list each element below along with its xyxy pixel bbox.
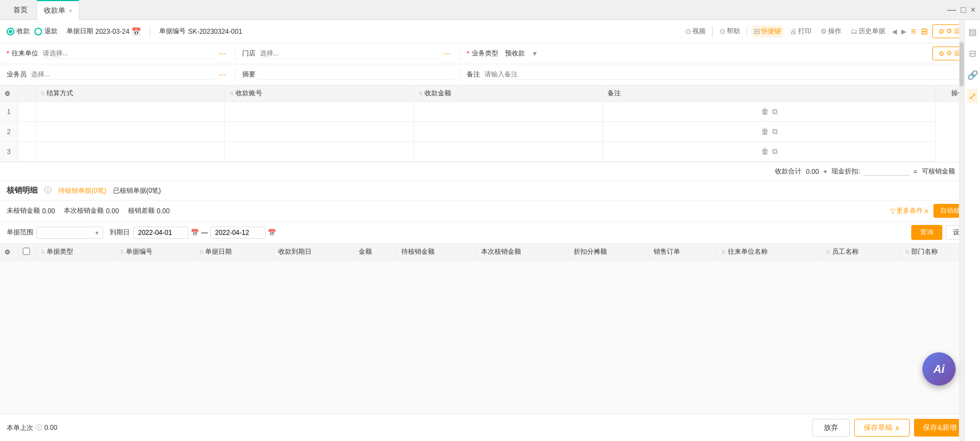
partner-dots-btn[interactable]: ··· (217, 49, 228, 59)
row-1-delete-icon[interactable]: 🗑 (761, 107, 769, 116)
partner-input[interactable] (40, 48, 215, 59)
remark-group: 备注 (467, 69, 973, 80)
select-all-checkbox[interactable] (23, 248, 30, 255)
writeoff-stats: 未核销金额 0.00 本次核销金额 0.00 核销差额 0.00 ▽ 更多条件 … (0, 201, 980, 222)
row-2-amount[interactable] (224, 122, 414, 142)
salesperson-dots-btn[interactable]: ··· (217, 70, 228, 80)
total-discount-input[interactable] (865, 167, 909, 176)
writeoff-info-icon[interactable]: ⓘ (44, 186, 52, 196)
row-2-settlement[interactable] (18, 122, 35, 142)
biz-type-label: 业务类型 (472, 49, 498, 58)
save-draft-arrow-icon: ∧ (895, 424, 900, 432)
shortcut-btn[interactable]: ⊟ 快捷键 (752, 25, 783, 37)
done-link[interactable]: 已核销单据(0笔) (113, 186, 161, 196)
receipt-table: ⚙ ⇅ 结算方式 ⇅ 收款账号 ⇅ 收款金额 备注 操作 (0, 85, 980, 162)
video-btn[interactable]: ⊙ 视频 (683, 25, 708, 37)
table-row: 2 🗑 ⧉ (0, 122, 980, 142)
total-sum-value: 0.00 (806, 168, 819, 176)
row-3-account[interactable] (35, 142, 224, 162)
table-col-setting[interactable]: ⚙ (0, 85, 18, 102)
table-row: 3 🗑 ⧉ (0, 142, 980, 162)
window-controls: — □ × (947, 5, 976, 15)
filter-range-select[interactable] (37, 227, 103, 239)
receipt-type-group: 收款 退款 (7, 27, 58, 36)
sidebar-expand-icon[interactable]: ⤢ (967, 89, 978, 103)
total-sum-label: 收款合计 (775, 167, 802, 176)
pending-link[interactable]: 待核销单据(0笔) (58, 186, 106, 196)
doc-value[interactable]: SK-20230324-001 (188, 28, 242, 35)
more-conditions-label: 更多条件 (896, 206, 923, 216)
row-2-copy-icon[interactable]: ⧉ (772, 127, 778, 136)
tab-home[interactable]: 首页 (4, 0, 37, 20)
nav-left-icon[interactable]: ◀ (892, 28, 897, 35)
current-value: 0.00 (106, 207, 119, 215)
discard-button[interactable]: 放弃 (812, 419, 850, 437)
close-window-icon[interactable]: × (971, 5, 976, 15)
footer-info-value: 0.00 (44, 424, 57, 432)
summary-input[interactable] (258, 69, 453, 80)
bottom-col-setting[interactable]: ⚙ (0, 244, 18, 260)
print-btn[interactable]: 🖨 打印 (788, 25, 814, 37)
row-2-remark[interactable] (414, 122, 603, 142)
current-label: 本次核销金额 (64, 206, 104, 216)
date-value[interactable]: 2023-03-24 (95, 28, 129, 35)
shop-dots-btn[interactable]: ··· (441, 49, 453, 59)
radio-refund[interactable]: 退款 (34, 27, 58, 36)
filter-date-label: 到期日 (110, 228, 130, 237)
row-3-copy-icon[interactable]: ⧉ (772, 147, 778, 156)
save-draft-button[interactable]: 保存草稿 ∧ (854, 419, 910, 437)
sort-icon-2: ⇅ (229, 90, 234, 96)
date-from-input[interactable] (133, 227, 188, 239)
shop-input[interactable] (258, 48, 439, 59)
sidebar-link-icon[interactable]: 🔗 (965, 68, 981, 83)
collapse-icon: ∧ (924, 207, 929, 215)
row-1-copy-icon[interactable]: ⧉ (772, 107, 778, 116)
calendar-icon[interactable]: 📅 (131, 27, 141, 36)
row-3-remark[interactable] (414, 142, 603, 162)
bottom-col-current: 本次核销金额 (476, 244, 569, 260)
row-3-delete-icon[interactable]: 🗑 (761, 147, 769, 156)
scroll-thumb[interactable] (959, 42, 964, 86)
shortcut-icon: ⊟ (754, 27, 760, 35)
date-to-input[interactable] (210, 227, 266, 239)
bottom-col-check[interactable] (18, 244, 35, 260)
diff-stat: 核销差额 0.00 (128, 206, 170, 216)
row-1-remark[interactable] (414, 102, 603, 122)
row-1-amount[interactable] (224, 102, 414, 122)
total-equal: = (913, 168, 917, 176)
row-1-settlement[interactable] (18, 102, 35, 122)
row-2-delete-icon[interactable]: 🗑 (761, 127, 769, 136)
row-3-amount[interactable] (224, 142, 414, 162)
grid-view-icon[interactable]: ⊞ (921, 26, 928, 37)
calendar-to-icon[interactable]: 📅 (268, 229, 276, 237)
scrollbar[interactable] (959, 20, 964, 441)
divider-1 (150, 26, 150, 37)
radio-receipt-label: 收款 (17, 27, 30, 36)
nav-right-icon[interactable]: ▶ (901, 28, 906, 35)
calendar-from-icon[interactable]: 📅 (191, 229, 199, 237)
row-2-account[interactable] (35, 122, 224, 142)
row-2-ops: 🗑 ⧉ (603, 122, 936, 142)
tab-receipt[interactable]: 收款单 × (37, 0, 79, 20)
help-btn[interactable]: ⊙ 帮助 (717, 25, 742, 37)
sidebar-list-icon[interactable]: ⊟ (967, 46, 978, 61)
ops-btn[interactable]: ⚙ 操作 (818, 25, 844, 37)
salesperson-input[interactable] (29, 69, 215, 80)
remark-input[interactable] (482, 69, 973, 80)
minimize-icon[interactable]: — (947, 5, 956, 15)
list-view-icon[interactable]: ≡ (911, 27, 916, 37)
row-3-settlement[interactable] (18, 142, 35, 162)
maximize-icon[interactable]: □ (961, 5, 966, 15)
row-1-account[interactable] (35, 102, 224, 122)
query-button[interactable]: 查询 (911, 225, 942, 240)
tab-close-icon[interactable]: × (69, 1, 72, 20)
more-conditions-btn[interactable]: ▽ 更多条件 ∧ (890, 206, 929, 216)
sidebar-table-icon[interactable]: ▤ (966, 24, 979, 39)
table-col-account: ⇅ 收款账号 (224, 85, 414, 102)
ai-assistant-bubble[interactable]: Ai (922, 352, 956, 386)
history-btn[interactable]: 🗂 历史单据 (848, 25, 887, 37)
biz-type-dropdown-icon[interactable]: ▼ (532, 50, 538, 58)
bottom-col-doc-date: ⇅ 单据日期 (194, 244, 273, 260)
radio-receipt[interactable]: 收款 (7, 27, 30, 36)
row-num-2: 2 (0, 122, 18, 142)
